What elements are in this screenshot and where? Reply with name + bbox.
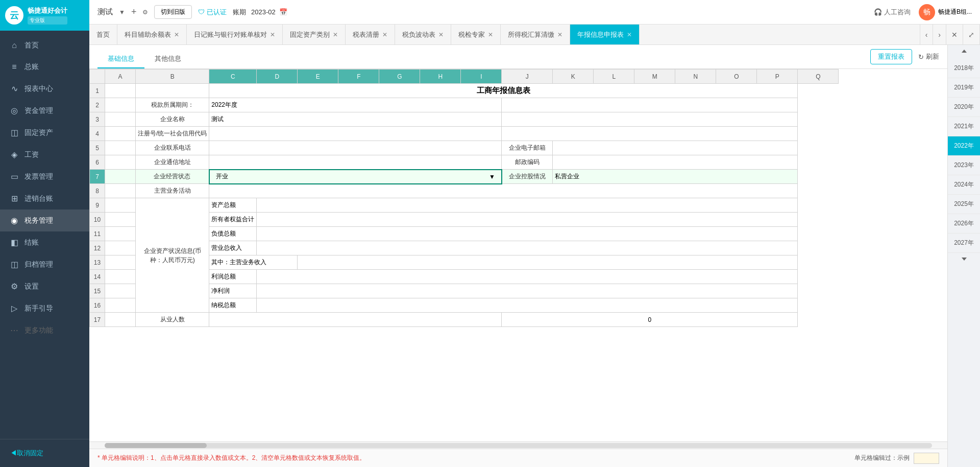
cell-4c[interactable] [209,127,502,141]
sidebar-item-more[interactable]: ⋯ 更多功能 [0,319,89,341]
tab-taxcheck-close[interactable]: ✕ [488,31,493,38]
cell-16d[interactable] [257,298,798,313]
cell-5c[interactable] [209,141,502,155]
cell-13a[interactable] [105,255,136,270]
tab-incometax-close[interactable]: ✕ [557,31,562,38]
cell-17j[interactable]: 0 [502,313,798,327]
year-item-2025[interactable]: 2025年 [948,195,980,214]
year-nav-down-button[interactable] [948,253,980,267]
year-item-2021[interactable]: 2021年 [948,117,980,136]
sidebar-item-home[interactable]: ⌂ 首页 [0,35,89,56]
sidebar-item-invoice[interactable]: ▭ 发票管理 [0,166,89,188]
scrollbar-thumb[interactable] [105,443,207,448]
cell-10d[interactable] [257,213,798,227]
sidebar-item-settings[interactable]: ⚙ 设置 [0,275,89,297]
cell-9d[interactable] [257,198,798,213]
cell-15c[interactable]: 净利润 [209,284,257,298]
tab-taxcheck[interactable]: 税检专家 ✕ [451,25,501,44]
tab-annual-close[interactable]: ✕ [627,31,632,38]
col-header-k[interactable]: K [553,69,594,84]
tab-taxreturn-close[interactable]: ✕ [382,31,387,38]
cell-12a[interactable] [105,241,136,255]
col-header-n[interactable]: N [675,69,716,84]
col-header-f[interactable]: F [338,69,379,84]
tab-journal-close[interactable]: ✕ [270,31,275,38]
tab-asset-close[interactable]: ✕ [333,31,338,38]
tab-prev-button[interactable]: ‹ [920,25,934,44]
sidebar-item-close[interactable]: ◧ 结账 [0,231,89,253]
cell-2j[interactable] [502,98,798,112]
cell-5k[interactable] [553,141,798,155]
col-header-d[interactable]: D [257,69,298,84]
switch-version-button[interactable]: 切到旧版 [154,5,192,19]
tab-close-all-button[interactable]: ✕ [946,25,963,44]
sidebar-item-guide[interactable]: ▷ 新手引导 [0,297,89,319]
sidebar-item-fund[interactable]: ◎ 资金管理 [0,100,89,122]
cell-3j[interactable] [502,112,798,127]
sidebar-item-tax[interactable]: ◉ 税务管理 [0,209,89,231]
service-button[interactable]: 🎧 人工咨询 [874,8,911,17]
cell-5j[interactable]: 企业电子邮箱 [502,141,553,155]
reset-button[interactable]: 重置报表 [870,49,912,64]
cell-8b[interactable]: 主营业务活动 [136,184,209,198]
cell-4b[interactable]: 注册号/统一社会信用代码 [136,127,209,141]
sub-tab-other[interactable]: 其他信息 [144,50,191,68]
cell-17c[interactable] [209,313,502,327]
tab-home[interactable]: 首页 [89,25,117,44]
year-item-2026[interactable]: 2026年 [948,214,980,233]
refresh-button[interactable]: ↻ 刷新 [918,52,939,61]
col-header-g[interactable]: G [379,69,420,84]
cell-6b[interactable]: 企业通信地址 [136,155,209,170]
cell-10c[interactable]: 所有者权益合计 [209,213,257,227]
tab-incometax[interactable]: 所得税汇算清缴 ✕ [501,25,570,44]
cell-7c[interactable]: 开业 ▼ [209,170,502,184]
tab-asset[interactable]: 固定资产类别 ✕ [283,25,346,44]
tab-taxwave-close[interactable]: ✕ [438,31,444,38]
col-header-b[interactable]: B [136,69,209,84]
cell-13e[interactable] [298,255,798,270]
sidebar-item-archive[interactable]: ◫ 归档管理 [0,253,89,275]
cell-7a[interactable] [105,170,136,184]
tab-next-button[interactable]: › [933,25,946,44]
cell-8c[interactable] [209,184,798,198]
cell-6c[interactable] [209,155,502,170]
sub-tab-basic[interactable]: 基础信息 [97,50,144,68]
sidebar-item-asset[interactable]: ◫ 固定资产 [0,122,89,144]
tab-annual[interactable]: 年报信息申报表 ✕ [570,25,640,44]
tab-expand-button[interactable]: ⤢ [963,25,980,44]
cell-14c[interactable]: 利润总额 [209,270,257,284]
cell-4j[interactable] [502,127,798,141]
col-header-o[interactable]: O [716,69,757,84]
year-item-2023[interactable]: 2023年 [948,156,980,175]
cell-2c[interactable]: 2022年度 [209,98,502,112]
tab-taxreturn[interactable]: 税表清册 ✕ [346,25,395,44]
horizontal-scrollbar[interactable] [89,441,947,449]
pin-button[interactable]: ◀取消固定 [5,445,84,462]
cell-7j[interactable]: 企业控股情况 [502,170,553,184]
cell-13c[interactable]: 其中：主营业务收入 [209,255,298,270]
cell-8a[interactable] [105,184,136,198]
sidebar-item-wage[interactable]: ◈ 工资 [0,144,89,166]
cell-6k[interactable] [553,155,798,170]
year-item-2018[interactable]: 2018年 [948,59,980,78]
col-header-j[interactable]: J [502,69,553,84]
tab-aux[interactable]: 科目辅助余额表 ✕ [117,25,187,44]
cell-1b[interactable] [136,84,209,98]
tab-journal[interactable]: 日记账与银行对账单核对 ✕ [187,25,283,44]
spreadsheet-wrapper[interactable]: A B C D E F G H I J K L [89,69,947,441]
cell-9c[interactable]: 资产总额 [209,198,257,213]
cell-3c[interactable]: 测试 [209,112,502,127]
cell-3b[interactable]: 企业名称 [136,112,209,127]
col-header-e[interactable]: E [298,69,338,84]
col-header-l[interactable]: L [594,69,634,84]
col-header-i[interactable]: I [461,69,502,84]
cell-6a[interactable] [105,155,136,170]
col-header-p[interactable]: P [757,69,798,84]
cell-12c[interactable]: 营业总收入 [209,241,257,255]
cell-10a[interactable] [105,213,136,227]
cell-14a[interactable] [105,270,136,284]
cell-9a[interactable] [105,198,136,213]
cell-4a[interactable] [105,127,136,141]
cell-2b[interactable]: 税款所属期间： [136,98,209,112]
sidebar-item-ledger[interactable]: ≡ 总账 [0,56,89,78]
